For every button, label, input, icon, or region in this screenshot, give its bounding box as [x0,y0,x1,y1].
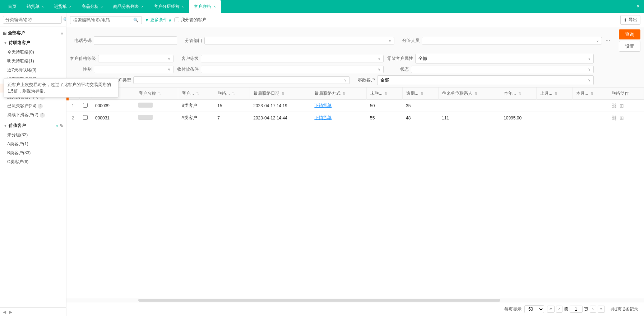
sidebar-item-ungroup[interactable]: 未分组(32) [0,131,66,140]
horizontal-scrollbar[interactable] [66,298,644,302]
main-search-input[interactable] [73,18,132,23]
dept-select[interactable]: ∨ [204,37,394,44]
last-page-button[interactable]: » [598,306,605,313]
sidebar-item-today[interactable]: 今天待联络(0) [0,48,66,57]
export-button[interactable]: ⬆ 导出 [620,15,640,25]
my-customers-checkbox[interactable]: 我分管的客户 [175,17,207,23]
per-page-select[interactable]: 50 20 100 [524,305,544,313]
price-level-select[interactable]: ∨ [98,55,173,62]
sidebar-item-c-class[interactable]: C类客户(6) [0,157,66,166]
last-contact-date: 2023-04-17 14:19: [250,100,311,112]
page-number-input[interactable] [570,306,583,313]
annual: 10995.00 [500,112,536,124]
sort-icon[interactable]: ⇅ [343,91,346,95]
sort-icon[interactable]: ⇅ [421,91,423,95]
query-button[interactable]: 查询 [619,29,640,39]
last-contact-method[interactable]: 下销货单 [311,112,366,124]
sort-icon[interactable]: ⇅ [590,91,593,95]
sort-icon[interactable]: ⇅ [474,91,477,95]
close-icon[interactable]: × [141,4,143,9]
payment-select[interactable]: ∨ [201,66,384,73]
customer-type-select[interactable]: ∨ [133,76,350,84]
tooltip-box: 距客户上次交易时长，超过了此客户的平均交易周期的1.5倍，则视为异常。 [4,78,119,98]
manager-select[interactable]: ∨ [422,37,602,44]
customer-level-select[interactable]: ∨ [201,55,384,62]
grid-action-icon[interactable]: ⊞ [620,103,624,109]
sidebar-item-a-class[interactable]: A类客户(1) [0,140,66,148]
scroll-thumb[interactable] [138,299,500,302]
th-this-month-label: 本月... [576,91,588,96]
more-conditions-btn[interactable]: ▼ 更多条件 ∧ [145,17,172,23]
row-checkbox[interactable] [79,100,92,112]
left-arrow-icon[interactable]: ◀ [3,310,6,315]
sort-icon[interactable]: ⇅ [518,91,521,95]
add-icon[interactable]: ✎ [60,123,63,128]
sidebar-bottom: ◀ ▶ [0,307,66,316]
table-row: 2 000031 A类客户 7 2023-04-12 14:44: 下销货单 5… [66,112,644,124]
row-select-checkbox[interactable] [83,103,88,108]
data-table: ⚙ 客户编码 ⇅ 客户名称 ⇅ 客户... ⇅ [66,88,644,124]
row-select-checkbox[interactable] [83,115,88,120]
sort-icon[interactable]: ⇅ [282,91,284,95]
nav-product-list[interactable]: 商品分析列表 × [108,0,148,13]
sidebar-item-declining[interactable]: 持续下滑客户(2) ? [0,110,66,119]
close-icon[interactable]: × [42,4,44,9]
customer-code: 000031 [92,112,135,124]
window-close-button[interactable]: × [636,3,640,10]
sort-icon[interactable]: ⇅ [555,91,557,95]
sort-icon[interactable]: ⇅ [232,91,235,95]
value-section[interactable]: ▼ 价值客户 ○ ✎ [0,121,66,131]
nav-sales[interactable]: 销货单 × [22,0,49,13]
nav-product-analysis[interactable]: 商品分析 × [77,0,108,13]
close-icon[interactable]: × [101,4,103,9]
link-action-icon[interactable]: ⛓ [612,115,617,121]
nav-purchase[interactable]: 进货单 × [49,0,76,13]
sidebar-item-7days[interactable]: 近7天待联络(0) [0,66,66,75]
un-contact: 55 [366,112,402,124]
close-icon[interactable]: × [182,4,184,9]
nav-home[interactable]: 首页 [3,0,22,13]
nav-customer-layering[interactable]: 客户分层经营 × [149,0,189,13]
info-icon[interactable]: ? [38,104,43,109]
phone-input[interactable] [94,36,177,45]
last-contact-method[interactable]: 下销货单 [311,100,366,112]
status-select[interactable]: ∨ [411,66,594,73]
sidebar-search-icon[interactable]: 🔍 [63,17,66,22]
gender-select[interactable]: ∨ [94,66,173,73]
grid-action-icon[interactable]: ⊞ [620,115,624,121]
customer-type: B类客户 [178,100,214,112]
row-checkbox[interactable] [79,112,92,124]
collapse-icon[interactable]: « [61,31,63,36]
link-action-icon[interactable]: ⛓ [612,103,617,109]
nav-customer-contact[interactable]: 客户联络 × [189,0,221,13]
settings-button[interactable]: 设置 [619,41,640,52]
prev-page-button[interactable]: ‹ [556,306,562,313]
th-last-method: 最后联络方式 ⇅ [311,88,366,100]
sidebar-search-input[interactable] [3,16,62,24]
next-page-button[interactable]: › [590,306,596,313]
sort-icon[interactable]: ⇅ [385,91,388,95]
edit-icon[interactable]: ○ [56,123,58,128]
sidebar: 🔍 ⊞ 全部客户 « ▼ 待联络客户 今天待联络(0) 明天待联络(1) [0,13,66,316]
first-page-button[interactable]: « [547,306,555,313]
filter-row-3: 性别 ∨ 收付款条件 ∨ 状态 ∨ [70,66,640,73]
all-customers-header[interactable]: ⊞ 全部客户 « [0,28,66,38]
info-icon[interactable]: ? [40,113,45,118]
data-table-container: ⚙ 客户编码 ⇅ 客户名称 ⇅ 客户... ⇅ [66,88,644,298]
dots-button[interactable]: ··· [604,37,612,44]
sort-icon[interactable]: ⇅ [196,91,199,95]
my-customers-check[interactable] [175,18,179,22]
sidebar-item-b-class[interactable]: B类客户(33) [0,148,66,157]
customer-name [135,100,178,112]
page-label: 第 [564,306,568,312]
sort-icon[interactable]: ⇅ [158,91,161,95]
close-icon[interactable]: × [213,4,216,9]
retail-attr-select[interactable]: 全部∨ [415,54,594,63]
right-arrow-icon[interactable]: ▶ [9,310,12,315]
sidebar-item-lost[interactable]: 已流失客户(24) ? [0,102,66,110]
waiting-section[interactable]: ▼ 待联络客户 [0,38,66,48]
sidebar-item-tomorrow[interactable]: 明天待联络(1) [0,57,66,66]
close-icon[interactable]: × [69,4,71,9]
search-icon[interactable]: 🔍 [133,18,139,23]
retail-customer-select[interactable]: 全部∨ [377,75,594,85]
